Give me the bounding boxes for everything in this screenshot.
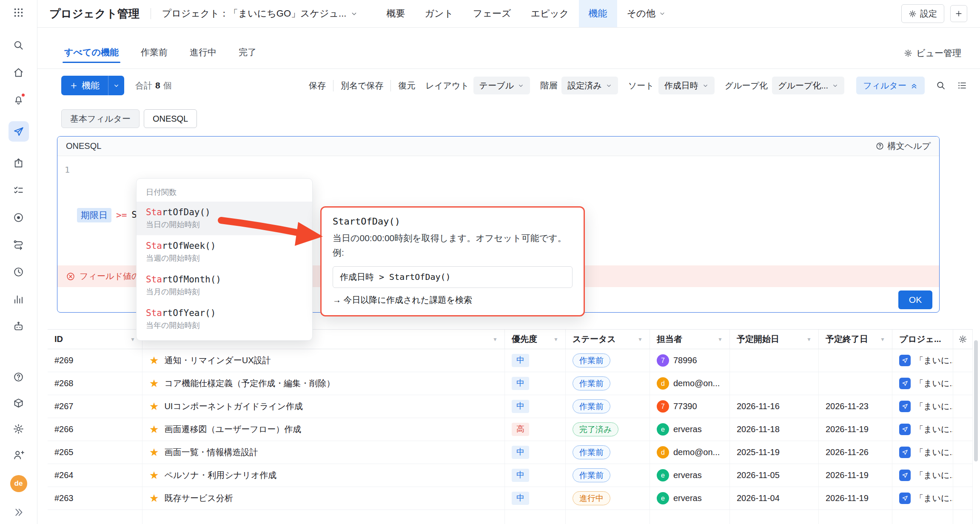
tab-more[interactable]: その他: [617, 0, 675, 27]
feature-star-icon: ★: [149, 493, 159, 504]
project-selector[interactable]: プロジェクト：「まいにちGO」スケジュ...: [162, 7, 358, 20]
tab-gantt[interactable]: ガント: [415, 0, 463, 27]
priority-badge: 高: [512, 423, 529, 436]
archive-icon[interactable]: [13, 397, 24, 409]
tab-features[interactable]: 機能: [579, 0, 617, 27]
hierarchy-select[interactable]: 設定済み: [561, 77, 618, 94]
autocomplete-item[interactable]: StartOfDay() 当日の開始時刻: [137, 202, 312, 235]
notifications-icon[interactable]: [13, 94, 24, 105]
settings-button[interactable]: 設定: [901, 4, 944, 23]
column-header-id[interactable]: ID▼: [48, 330, 142, 349]
cell-id: #264: [48, 464, 142, 487]
column-header-status[interactable]: ステータス▼: [566, 330, 650, 349]
view-tab-done[interactable]: 完了: [237, 46, 258, 68]
table-row[interactable]: #266 ★ 画面遷移図（ユーザーフロー）作成 高 完了済み e erveras…: [48, 418, 973, 441]
column-header-start-date[interactable]: 予定開始日▼: [730, 330, 819, 349]
project-mini-icon: [899, 424, 911, 435]
syntax-help-link[interactable]: 構文ヘルプ: [875, 140, 931, 152]
view-tab-all[interactable]: すべての機能: [63, 46, 120, 68]
column-header-project[interactable]: プロジェ...: [892, 330, 953, 349]
history-icon[interactable]: [13, 266, 24, 278]
sort-triangle-icon: ▼: [718, 336, 723, 342]
text-action-button[interactable]: 別名で保存: [333, 80, 383, 91]
export-icon[interactable]: [13, 157, 24, 169]
tab-epics[interactable]: エピック: [521, 0, 579, 27]
sidebar-item-project-active[interactable]: [9, 121, 29, 142]
autocomplete-item[interactable]: StartOfMonth() 当月の開始時刻: [137, 269, 312, 302]
assignee-avatar: e: [657, 469, 669, 481]
tab-overview[interactable]: 概要: [376, 0, 415, 27]
filter-tab-onesql[interactable]: ONESQL: [144, 109, 197, 128]
table-row[interactable]: #265 ★ 画面一覧・情報構造設計 中 作業前 d demo@on... 20…: [48, 441, 973, 464]
add-button[interactable]: [950, 5, 967, 22]
cell-id: #266: [48, 418, 142, 441]
column-header-priority[interactable]: 優先度▼: [505, 330, 566, 349]
table-row[interactable]: #269 ★ 通知・リマインダーUX設計 中 作業前 7 78996: [48, 349, 973, 372]
reports-icon[interactable]: [13, 293, 24, 305]
cell-project: [892, 510, 953, 524]
settings-icon[interactable]: [13, 423, 24, 435]
app-root: de プロジェクト管理 プロジェクト：「まいにちGO」スケジュ... 概要 ガン…: [0, 0, 980, 524]
view-manage-button[interactable]: ビュー管理: [904, 47, 961, 68]
workflow-icon[interactable]: [13, 239, 24, 251]
cell-id: #267: [48, 395, 142, 418]
layout-select[interactable]: テーブル: [473, 77, 530, 94]
assignee-avatar: 7: [657, 354, 669, 367]
autocomplete-item[interactable]: StartOfYear() 当年の開始時刻: [137, 302, 312, 336]
function-name: StartOfYear(): [146, 308, 303, 318]
project-name: 「まいに...: [915, 355, 953, 366]
project-mini-icon: [899, 378, 911, 389]
collapse-sidebar-icon[interactable]: [13, 507, 24, 518]
vertical-scrollbar[interactable]: [974, 340, 978, 461]
apps-grid-icon[interactable]: [13, 7, 24, 18]
table-row[interactable]: #268 ★ コア機能仕様定義（予定作成・編集・削除） 中 作業前 d demo…: [48, 372, 973, 395]
add-feature-label: 機能: [82, 80, 100, 91]
total-prefix: 合計: [135, 80, 152, 91]
assignee-name: 77390: [673, 402, 697, 411]
view-tab-doing[interactable]: 進行中: [188, 46, 218, 68]
sort-select[interactable]: 作成日時: [658, 77, 715, 94]
search-button[interactable]: [936, 80, 946, 91]
text-action-button[interactable]: 復元: [390, 80, 415, 91]
column-header-assignee[interactable]: 担当者▼: [650, 330, 730, 349]
priority-badge: 中: [512, 400, 529, 413]
function-name: StartOfWeek(): [146, 241, 303, 251]
automation-icon[interactable]: [13, 321, 24, 332]
view-tab-todo[interactable]: 作業前: [139, 46, 169, 68]
add-feature-button[interactable]: 機能: [61, 76, 124, 95]
invite-member-icon[interactable]: [13, 449, 24, 461]
tab-phases[interactable]: フェーズ: [463, 0, 521, 27]
add-feature-main[interactable]: 機能: [61, 76, 108, 95]
home-icon[interactable]: [13, 67, 24, 78]
table-row-partial[interactable]: [48, 510, 973, 524]
cell-actions: [953, 349, 973, 372]
autocomplete-item[interactable]: StartOfWeek() 当週の開始時刻: [137, 235, 312, 269]
ok-button[interactable]: OK: [898, 290, 932, 309]
assignee-name: demo@on...: [673, 447, 720, 457]
error-icon: [66, 272, 75, 281]
tasks-icon[interactable]: [13, 185, 24, 196]
search-icon[interactable]: [13, 40, 24, 51]
column-header-end-date[interactable]: 予定終了日▼: [819, 330, 892, 349]
function-description: 当週の開始時刻: [146, 253, 303, 263]
target-icon[interactable]: [13, 212, 24, 223]
text-action-button[interactable]: 保存: [309, 80, 326, 91]
cell-project: 「まいに...: [892, 349, 953, 372]
group-select[interactable]: グループ化...: [772, 77, 844, 94]
user-avatar[interactable]: de: [10, 475, 27, 492]
cell-assignee: d demo@on...: [650, 441, 730, 464]
list-view-button[interactable]: [957, 80, 967, 91]
column-settings-button[interactable]: [953, 330, 973, 349]
cell-end-date: 2026-11-19: [819, 464, 892, 487]
cell-actions: [953, 464, 973, 487]
cell-priority: 中: [505, 395, 566, 418]
table-row[interactable]: #264 ★ ペルソナ・利用シナリオ作成 中 作業前 e erveras 202…: [48, 464, 973, 487]
table-row[interactable]: #267 ★ UIコンポーネントガイドライン作成 中 作業前 7 77390 2…: [48, 395, 973, 418]
filter-tab-basic[interactable]: 基本フィルター: [61, 109, 140, 128]
filter-toggle-button[interactable]: フィルター: [856, 77, 925, 94]
cell-title: ★ コア機能仕様定義（予定作成・編集・削除）: [142, 372, 505, 395]
add-feature-dropdown[interactable]: [108, 76, 124, 95]
cell-priority: 中: [505, 349, 566, 372]
help-icon[interactable]: [13, 371, 24, 383]
table-row[interactable]: #263 ★ 既存サービス分析 中 進行中 e erveras 2026-11-…: [48, 487, 973, 510]
